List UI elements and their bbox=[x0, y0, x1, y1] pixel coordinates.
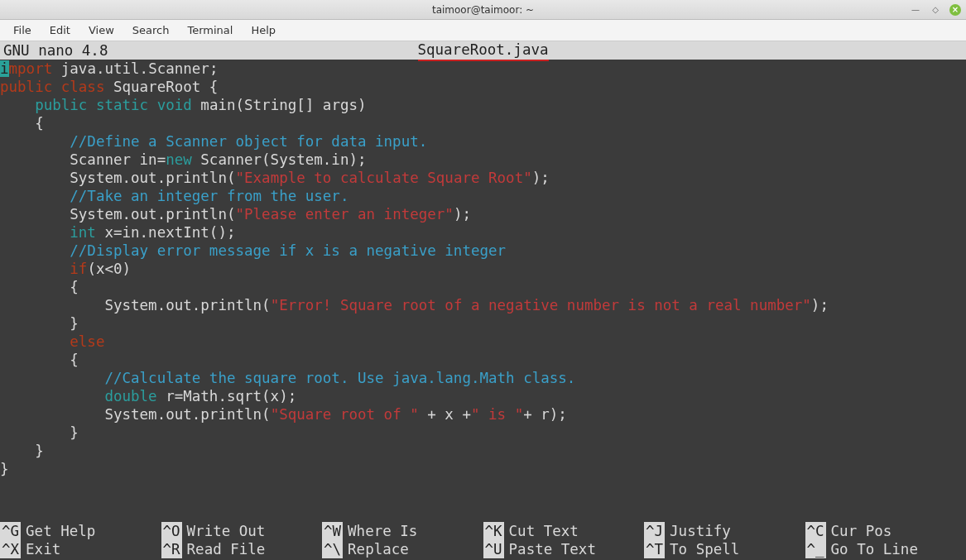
shortcut-key: ^\ bbox=[322, 540, 343, 558]
shortcut-go-to-line[interactable]: ^_Go To Line bbox=[805, 540, 967, 558]
shortcut-label: Where Is bbox=[348, 522, 417, 540]
window-titlebar: taimoor@taimoor: ~ — ◇ × bbox=[0, 0, 966, 20]
maximize-icon[interactable]: ◇ bbox=[930, 4, 941, 16]
menu-bar: File Edit View Search Terminal Help bbox=[0, 20, 966, 41]
shortcut-key: ^X bbox=[0, 540, 21, 558]
brace: } bbox=[0, 443, 44, 459]
shortcut-label: Write Out bbox=[187, 522, 266, 540]
kw-else: else bbox=[70, 333, 104, 350]
shortcut-label: Get Help bbox=[26, 522, 95, 540]
string-literal: "Example to calculate Square Root" bbox=[235, 170, 531, 186]
window-title: taimoor@taimoor: ~ bbox=[432, 4, 534, 16]
shortcut-label: Exit bbox=[26, 540, 60, 558]
code-text: ); bbox=[811, 297, 829, 314]
terminal-area[interactable]: GNU nano 4.8 SquareRoot.java import java… bbox=[0, 41, 966, 560]
nano-version: GNU nano 4.8 bbox=[3, 41, 108, 60]
terminal-window: taimoor@taimoor: ~ — ◇ × File Edit View … bbox=[0, 0, 966, 560]
string-literal: "Please enter an integer" bbox=[235, 206, 453, 223]
shortcut-label: Justify bbox=[670, 522, 731, 540]
nano-header: GNU nano 4.8 SquareRoot.java bbox=[0, 41, 966, 60]
indent bbox=[0, 261, 70, 277]
string-literal: "Error! Square root of a negative number… bbox=[271, 297, 811, 314]
shortcut-key: ^J bbox=[644, 522, 665, 540]
shortcut-label: Cur Pos bbox=[831, 522, 892, 540]
kw-method: public static void bbox=[35, 97, 192, 113]
shortcut-to-spell[interactable]: ^TTo Spell bbox=[644, 540, 805, 558]
comment-line: //Define a Scanner object for data input… bbox=[0, 133, 427, 150]
code-text: ); bbox=[454, 206, 471, 223]
shortcut-label: Go To Line bbox=[831, 540, 918, 558]
code-text: + r); bbox=[523, 406, 567, 423]
menu-view[interactable]: View bbox=[80, 22, 123, 38]
window-controls: — ◇ × bbox=[910, 4, 961, 16]
shortcut-key: ^U bbox=[483, 540, 504, 558]
indent bbox=[0, 97, 35, 113]
shortcut-read-file[interactable]: ^RRead File bbox=[161, 540, 323, 558]
shortcut-where-is[interactable]: ^WWhere Is bbox=[322, 522, 483, 540]
code-text: Scanner(System.in); bbox=[192, 151, 367, 168]
shortcut-key: ^C bbox=[805, 522, 826, 540]
shortcut-key: ^K bbox=[483, 522, 504, 540]
kw-public-class: public class bbox=[0, 79, 104, 95]
shortcut-replace[interactable]: ^\Replace bbox=[322, 540, 483, 558]
shortcut-key: ^W bbox=[322, 522, 343, 540]
shortcut-label: Replace bbox=[348, 540, 409, 558]
shortcut-key: ^R bbox=[161, 540, 182, 558]
brace: { bbox=[0, 352, 79, 368]
code-text: + x + bbox=[419, 406, 471, 423]
menu-file[interactable]: File bbox=[5, 22, 40, 38]
shortcut-write-out[interactable]: ^OWrite Out bbox=[161, 522, 323, 540]
shortcut-key: ^O bbox=[161, 522, 182, 540]
indent bbox=[0, 388, 104, 404]
brace: } bbox=[0, 461, 9, 477]
shortcut-label: To Spell bbox=[670, 540, 739, 558]
code-text: System.out.println( bbox=[0, 170, 235, 186]
menu-help[interactable]: Help bbox=[243, 22, 284, 38]
comment-line: //Calculate the square root. Use java.la… bbox=[0, 370, 575, 386]
code-text: (x<0) bbox=[87, 261, 131, 277]
shortcut-key: ^T bbox=[644, 540, 665, 558]
menu-search[interactable]: Search bbox=[124, 22, 178, 38]
comment-line: //Display error message if x is a negati… bbox=[0, 242, 506, 259]
type-int: int bbox=[70, 224, 96, 241]
shortcut-paste-text[interactable]: ^UPaste Text bbox=[483, 540, 645, 558]
code-text: r=Math.sqrt(x); bbox=[157, 388, 297, 404]
code-text: ); bbox=[532, 170, 550, 186]
string-literal: "Square root of " bbox=[271, 406, 419, 423]
code-text: x=in.nextInt(); bbox=[96, 224, 236, 241]
brace: } bbox=[0, 315, 79, 332]
shortcut-cur-pos[interactable]: ^CCur Pos bbox=[805, 522, 967, 540]
minimize-icon[interactable]: — bbox=[910, 4, 921, 16]
brace: { bbox=[0, 279, 79, 295]
editor-content[interactable]: import java.util.Scanner; public class S… bbox=[0, 60, 966, 522]
indent bbox=[0, 224, 70, 241]
code-text: System.out.println( bbox=[0, 206, 235, 223]
code-text: System.out.println( bbox=[0, 297, 271, 314]
brace: } bbox=[0, 424, 79, 441]
comment-line: //Take an integer from the user. bbox=[0, 188, 348, 204]
shortcut-cut-text[interactable]: ^KCut Text bbox=[483, 522, 645, 540]
brace: { bbox=[0, 115, 44, 132]
shortcut-exit[interactable]: ^XExit bbox=[0, 540, 161, 558]
code-text: System.out.println( bbox=[0, 406, 271, 423]
menu-terminal[interactable]: Terminal bbox=[179, 22, 241, 38]
code-text: Scanner in= bbox=[0, 151, 166, 168]
kw-new: new bbox=[166, 151, 192, 168]
shortcut-justify[interactable]: ^JJustify bbox=[644, 522, 805, 540]
close-icon[interactable]: × bbox=[949, 4, 961, 16]
shortcut-label: Cut Text bbox=[509, 522, 579, 540]
shortcut-key: ^G bbox=[0, 522, 21, 540]
shortcut-label: Paste Text bbox=[509, 540, 596, 558]
menu-edit[interactable]: Edit bbox=[41, 22, 79, 38]
cursor: i bbox=[0, 60, 9, 77]
kw-if: if bbox=[70, 261, 87, 277]
indent bbox=[0, 333, 70, 350]
shortcut-key: ^_ bbox=[805, 540, 826, 558]
shortcut-label: Read File bbox=[187, 540, 266, 558]
string-literal: " is " bbox=[471, 406, 523, 423]
nano-shortcuts: ^GGet Help ^OWrite Out ^WWhere Is ^KCut … bbox=[0, 522, 966, 560]
import-pkg: java.util.Scanner; bbox=[52, 60, 218, 77]
main-sig: main(String[] args) bbox=[192, 97, 367, 113]
type-double: double bbox=[104, 388, 156, 404]
shortcut-get-help[interactable]: ^GGet Help bbox=[0, 522, 161, 540]
